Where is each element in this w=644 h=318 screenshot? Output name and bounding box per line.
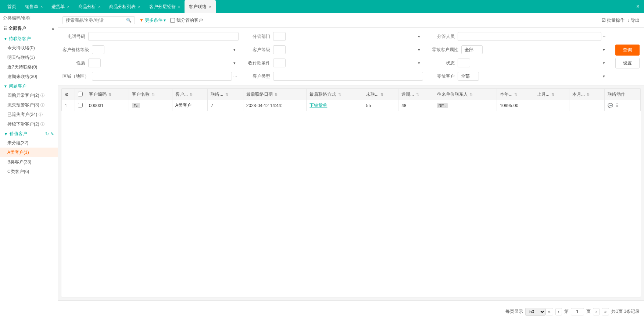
table-header-contact-person[interactable]: 往来单位联系人 ⇅ [434,89,497,100]
filter-region-dots[interactable]: ··· [232,74,239,79]
filter-region-input[interactable] [92,72,232,81]
prev-page-btn[interactable]: ‹ [555,308,562,315]
select-all-checkbox[interactable] [78,92,83,96]
sidebar-item-b-class[interactable]: B类客户(33) [0,157,58,167]
filter-nature-select[interactable] [88,59,101,67]
nav-tab-customer-segment-close[interactable]: × [178,4,180,9]
filter-dept-select[interactable] [273,32,286,41]
sidebar-search-input[interactable] [3,15,58,21]
nav-tab-customer-segment-label: 客户分层经营 [149,4,176,10]
nav-tab-customer-contact-close[interactable]: × [209,4,211,9]
chat-icon[interactable]: 💬 [608,103,613,108]
filter-person-input[interactable] [458,32,601,41]
my-customers-check[interactable] [170,18,175,23]
filter-person-label: 分管人员 [432,33,458,40]
sidebar-item-ungrouped[interactable]: 未分组(32) [0,138,58,148]
sidebar-group-pending-label: 待联络客户 [9,36,31,42]
search-button[interactable]: 🔍 [126,18,132,23]
sidebar-item-tomorrow-pending[interactable]: 明天待联络(1) [0,53,58,62]
last-way-link[interactable]: 下销货单 [310,103,327,108]
row-checkbox[interactable] [78,103,83,107]
my-customers-label: 我分管的客户 [176,17,203,24]
sidebar-item-overdue-contact[interactable]: 逾期未联络(30) [0,72,58,81]
nav-tab-product-analysis-close[interactable]: × [98,4,100,9]
table-header-this-year[interactable]: 本年... ⇅ [497,89,534,100]
sidebar-group-problem[interactable]: ▼ 问题客户 [0,81,58,91]
refresh-icon[interactable]: ↻ [45,131,49,137]
nav-tab-sales[interactable]: 销售单 × [21,0,47,13]
nav-tab-product-list[interactable]: 商品分析列表 × [105,0,144,13]
table-cell-overdue: 48 [398,100,434,111]
table-header-contact-count[interactable]: 联络... ⇅ [208,89,243,100]
horizontal-scrollbar[interactable] [58,300,644,305]
query-button[interactable]: 查询 [615,45,640,56]
search-bar-right: ☑ 批量操作 ↓ 导出 [602,17,640,24]
more-icon[interactable]: ⠿ [615,103,619,108]
table-cell-checkbox[interactable] [75,100,86,111]
sidebar-item-churned[interactable]: 已流失客户(24) ⓘ [0,110,58,119]
data-table: ⚙ 客户编码 ⇅ 客户名称 ⇅ 客户... ⇅ 联络... ⇅ 最后联络日期 ⇅… [61,89,641,111]
nav-tab-customer-contact[interactable]: 客户联络 × [185,0,215,13]
sidebar-item-c-class[interactable]: C类客户(6) [0,167,58,176]
page-input[interactable] [571,308,584,315]
sidebar-item-7days-pending[interactable]: 近7天待联络(0) [0,62,58,72]
table-header-settings[interactable]: ⚙ [62,89,75,100]
table-cell-contact-count: 7 [208,100,243,111]
my-customers-checkbox[interactable]: 我分管的客户 [170,17,203,24]
nav-tab-sales-close[interactable]: × [40,4,43,9]
next-page-btn[interactable]: › [593,308,600,315]
setting-button[interactable]: 设置 [615,58,640,68]
filter-status-select[interactable] [458,59,470,67]
sidebar-all-customers[interactable]: ⠿ 全部客户 « [0,23,58,34]
sidebar-item-repurchase-abnormal[interactable]: 回购异常客户(2) ⓘ [0,91,58,100]
filter-scatter-select[interactable]: 全部 [458,72,479,81]
nav-tab-product-analysis[interactable]: 商品分析 × [74,0,105,13]
more-filter-button[interactable]: ▼ 更多条件 ▾ [139,17,166,24]
filter-scatter: 零散客户 全部 [432,72,608,81]
nav-tab-product-list-close[interactable]: × [138,4,140,9]
filter-label: 更多条件 [145,17,162,24]
table-header-this-month[interactable]: 本月... ⇅ [569,89,605,100]
last-page-btn[interactable]: » [602,308,609,315]
filter-scatter-attr-select[interactable]: 全部 [461,45,483,54]
filter-price-level-select[interactable] [92,45,104,54]
table-header-name[interactable]: 客户名称 ⇅ [129,89,172,100]
edit-icon[interactable]: ✎ [50,131,54,137]
sidebar-group-pending[interactable]: ▼ 待联络客户 [0,34,58,43]
sidebar-item-today-pending[interactable]: 今天待联络(0) [0,43,58,53]
table-header-not-contacted[interactable]: 未联... ⇅ [363,89,398,100]
filter-person-dots[interactable]: ··· [601,34,608,39]
nav-tab-home[interactable]: 首页 [3,0,21,13]
sidebar-item-a-class[interactable]: A类客户(1) [0,148,58,157]
table-cell-code: 000031 [86,100,129,111]
table-header-last-contact-date[interactable]: 最后联络日期 ⇅ [243,89,307,100]
table-header-overdue[interactable]: 逾期... ⇅ [398,89,434,100]
filter-customer-level-select[interactable] [273,45,286,54]
value-group-icons: ↻ ✎ [45,131,54,137]
table-row: 1 000031 Ea A类客户 7 2023-04-12 14:44: 下销货… [62,100,641,111]
page-size-select[interactable]: 50 100 200 [525,308,545,316]
sidebar-group-value[interactable]: ▼ 价值客户 ↻ ✎ [0,129,58,138]
search-input[interactable] [66,18,125,23]
sidebar-group-value-label: 价值客户 [10,131,27,137]
batch-op-button[interactable]: ☑ 批量操作 [602,17,625,24]
table-header-type[interactable]: 客户... ⇅ [172,89,207,100]
window-close-button[interactable]: × [635,2,641,11]
nav-tab-purchase-close[interactable]: × [67,4,69,9]
sidebar-collapse-icon[interactable]: « [51,26,54,31]
table-header-last-contact-way[interactable]: 最后联络方式 ⇅ [307,89,363,100]
sidebar-item-declining[interactable]: 持续下滑客户(2) ⓘ [0,119,58,129]
nav-tab-purchase[interactable]: 进货单 × [47,0,74,13]
nav-tab-customer-segment[interactable]: 客户分层经营 × [145,0,185,13]
filter-payment-label: 收付款条件 [247,60,273,66]
table-header-last-month[interactable]: 上月... ⇅ [534,89,569,100]
total-label: 共1页 1条记录 [611,308,640,315]
table-header-checkbox[interactable] [75,89,86,100]
first-page-btn[interactable]: « [545,308,553,315]
filter-phone-input[interactable] [88,32,239,41]
filter-payment-select[interactable] [273,59,286,67]
filter-customer-type-input[interactable] [273,72,423,81]
sidebar-item-churn-warning[interactable]: 流失预警客户(3) ⓘ [0,100,58,110]
export-button[interactable]: ↓ 导出 [627,17,640,24]
table-header-code[interactable]: 客户编码 ⇅ [86,89,129,100]
